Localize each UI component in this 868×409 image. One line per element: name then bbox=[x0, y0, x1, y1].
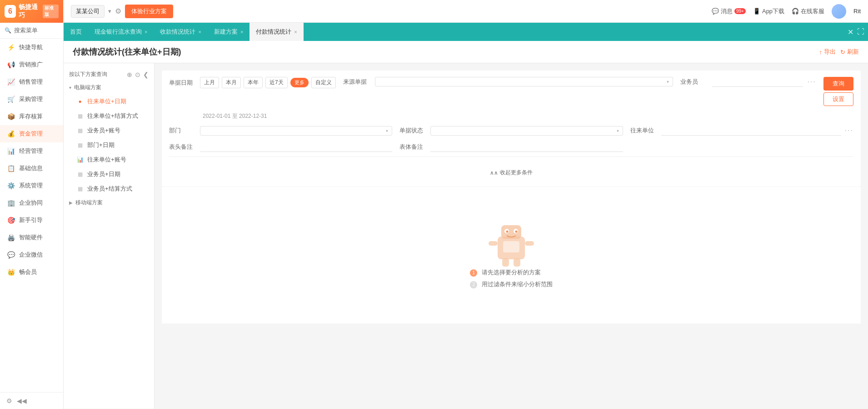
date-btn-custom[interactable]: 自定义 bbox=[311, 77, 336, 88]
sidebar-header: 6 畅捷通巧 标准版 bbox=[0, 0, 63, 23]
doc-status-select[interactable]: ▾ bbox=[430, 126, 623, 136]
sidebar-item-finance[interactable]: 💰 资金管理 bbox=[0, 125, 63, 142]
scheme-item-staff-settlement[interactable]: ▦ 业务员+结算方式 bbox=[64, 182, 154, 196]
header-note-input[interactable] bbox=[200, 142, 392, 152]
settings-btn[interactable]: 设置 bbox=[823, 92, 853, 106]
scheme-icon: ▦ bbox=[76, 171, 84, 177]
sidebar-item-label: 智能硬件 bbox=[19, 233, 43, 242]
sidebar-item-wechat[interactable]: 💬 企业微信 bbox=[0, 246, 63, 263]
tab-payments-label: 付款情况统计 bbox=[256, 28, 291, 36]
left-panel: 按以下方案查询 ⊕ ⊙ ❮ ▾ 电脑端方案 ● 往来单位+日期 ▦ bbox=[64, 63, 155, 409]
scheme-item-staff-account[interactable]: ▦ 业务员+账号 bbox=[64, 123, 154, 138]
sales-icon: 📈 bbox=[6, 78, 15, 86]
sidebar-item-sales[interactable]: 📈 销售管理 bbox=[0, 73, 63, 91]
sidebar-item-label: 企业微信 bbox=[19, 251, 43, 259]
svg-rect-8 bbox=[502, 258, 509, 267]
sidebar-item-hardware[interactable]: 🖨️ 智能硬件 bbox=[0, 229, 63, 246]
scheme-item-partner-settlement[interactable]: ▦ 往来单位+结算方式 bbox=[64, 109, 154, 123]
desktop-scheme-group[interactable]: ▾ 电脑端方案 bbox=[64, 81, 154, 94]
dept-select[interactable]: ▾ bbox=[200, 126, 392, 136]
sidebar-item-quick-nav[interactable]: ⚡ 快捷导航 bbox=[0, 39, 63, 56]
date-btn-7days[interactable]: 近7天 bbox=[265, 77, 288, 88]
svg-rect-7 bbox=[525, 241, 534, 246]
export-btn[interactable]: ↑ 导出 bbox=[819, 48, 836, 56]
sidebar-item-vip[interactable]: 👑 畅会员 bbox=[0, 263, 63, 281]
staff-input[interactable] bbox=[712, 77, 803, 87]
dept-arrow: ▾ bbox=[386, 128, 388, 133]
date-btn-more[interactable]: 更多 bbox=[290, 78, 309, 87]
tab-bank-flow[interactable]: 现金银行流水查询 × bbox=[88, 23, 154, 41]
try-industry-btn[interactable]: 体验行业方案 bbox=[125, 5, 173, 18]
partner-input[interactable] bbox=[661, 126, 841, 136]
tab-receipts-label: 收款情况统计 bbox=[160, 28, 195, 36]
desktop-group-label: 电脑端方案 bbox=[74, 84, 101, 91]
scheme-icon: ▦ bbox=[76, 113, 84, 119]
scheme-item-partner-account[interactable]: 📊 往来单位+账号 bbox=[64, 152, 154, 167]
sidebar-nav: ⚡ 快捷导航 📢 营销推广 📈 销售管理 🛒 采购管理 📦 库存核算 💰 资金管… bbox=[0, 39, 63, 392]
sidebar-settings-btn[interactable]: ⚙ bbox=[6, 397, 12, 404]
online-service-btn[interactable]: 🎧 在线客服 bbox=[792, 7, 824, 15]
refresh-icon: ↻ bbox=[840, 49, 845, 56]
doc-status-label: 单据状态 bbox=[399, 126, 427, 135]
sidebar-item-inventory[interactable]: 📦 库存核算 bbox=[0, 108, 63, 125]
tab-receipts[interactable]: 收款情况统计 × bbox=[154, 23, 207, 41]
mobile-scheme-group[interactable]: ▶ 移动端方案 bbox=[64, 196, 154, 209]
scheme-item-label: 业务员+日期 bbox=[87, 170, 120, 178]
message-btn[interactable]: 💬 消息 99+ bbox=[712, 7, 746, 15]
date-label: 单据日期 bbox=[169, 79, 196, 87]
date-btn-last-month[interactable]: 上月 bbox=[200, 77, 219, 88]
tab-payments-close[interactable]: × bbox=[294, 29, 297, 35]
sidebar-item-marketing[interactable]: 📢 营销推广 bbox=[0, 56, 63, 73]
query-btn[interactable]: 查询 bbox=[823, 77, 853, 91]
topbar-gear-icon[interactable]: ⚙ bbox=[115, 7, 121, 15]
scheme-item-partner-date[interactable]: ● 往来单位+日期 bbox=[64, 94, 154, 109]
sidebar-item-label: 基础信息 bbox=[19, 164, 43, 172]
tab-new-scheme-label: 新建方案 bbox=[214, 28, 238, 36]
sidebar-search[interactable]: 🔍 搜索菜单 bbox=[0, 23, 63, 39]
scheme-item-dept-date[interactable]: ▦ 部门+日期 bbox=[64, 138, 154, 152]
date-btn-this-year[interactable]: 本年 bbox=[244, 77, 263, 88]
sidebar-item-label: 畅会员 bbox=[19, 268, 37, 276]
topbar-dropdown-icon[interactable]: ▾ bbox=[108, 8, 111, 15]
partner-ellipsis[interactable]: ··· bbox=[845, 126, 853, 135]
collapse-filter-btn[interactable]: ∧∧ 收起更多条件 bbox=[486, 165, 536, 180]
scheme-item-staff-date[interactable]: ▦ 业务员+日期 bbox=[64, 167, 154, 182]
sidebar-item-label: 营销推广 bbox=[19, 61, 43, 69]
scheme-item-label: 往来单位+日期 bbox=[87, 97, 126, 106]
content-body: 按以下方案查询 ⊕ ⊙ ❮ ▾ 电脑端方案 ● 往来单位+日期 ▦ bbox=[64, 63, 868, 409]
sidebar: 6 畅捷通巧 标准版 🔍 搜索菜单 ⚡ 快捷导航 📢 营销推广 📈 销售管理 🛒… bbox=[0, 0, 64, 409]
tab-home[interactable]: 首页 bbox=[64, 23, 88, 41]
app-download-btn[interactable]: 📱 App下载 bbox=[753, 7, 784, 15]
staff-ellipsis[interactable]: ··· bbox=[808, 78, 816, 86]
sidebar-collapse-btn[interactable]: ◀◀ bbox=[17, 397, 27, 404]
tab-new-scheme-close[interactable]: × bbox=[240, 29, 243, 35]
scheme-icon: ▦ bbox=[76, 186, 84, 192]
tab-receipts-close[interactable]: × bbox=[198, 29, 201, 35]
tab-bank-flow-close[interactable]: × bbox=[145, 29, 147, 35]
sidebar-item-label: 库存核算 bbox=[19, 112, 43, 121]
add-scheme-btn[interactable]: ⊕ bbox=[127, 71, 132, 78]
sidebar-item-purchase[interactable]: 🛒 采购管理 bbox=[0, 91, 63, 108]
scheme-settings-btn[interactable]: ⊙ bbox=[135, 71, 140, 78]
tabbar-actions: ✕ ⛶ bbox=[848, 28, 868, 36]
tab-expand-btn[interactable]: ⛶ bbox=[857, 28, 864, 36]
tab-new-scheme[interactable]: 新建方案 × bbox=[208, 23, 249, 41]
user-avatar[interactable] bbox=[832, 4, 846, 19]
tab-payments[interactable]: 付款情况统计 × bbox=[249, 23, 303, 41]
source-doc-select[interactable]: ▾ bbox=[375, 77, 673, 86]
topbar-company[interactable]: 某某公司 bbox=[71, 5, 105, 18]
app-download-label: App下载 bbox=[762, 7, 784, 15]
left-panel-collapse-btn[interactable]: ❮ bbox=[143, 71, 149, 78]
body-note-input[interactable] bbox=[430, 142, 623, 152]
sidebar-item-enterprise[interactable]: 🏢 企业协同 bbox=[0, 194, 63, 212]
refresh-btn[interactable]: ↻ 刷新 bbox=[840, 48, 859, 56]
sidebar-item-basic-info[interactable]: 📋 基础信息 bbox=[0, 160, 63, 177]
topbar-right: 💬 消息 99+ 📱 App下载 🎧 在线客服 Rit bbox=[712, 4, 861, 19]
sidebar-item-system[interactable]: ⚙️ 系统管理 bbox=[0, 177, 63, 194]
empty-tip2: 用过滤条件来缩小分析范围 bbox=[482, 281, 553, 288]
date-btn-this-month[interactable]: 本月 bbox=[222, 77, 241, 88]
sidebar-item-guide[interactable]: 🎯 新手引导 bbox=[0, 212, 63, 229]
sidebar-item-operations[interactable]: 📊 经营管理 bbox=[0, 142, 63, 160]
tab-close-all-btn[interactable]: ✕ bbox=[848, 28, 853, 36]
date-range-text: 2022-01-01 至 2022-12-31 bbox=[203, 113, 267, 119]
